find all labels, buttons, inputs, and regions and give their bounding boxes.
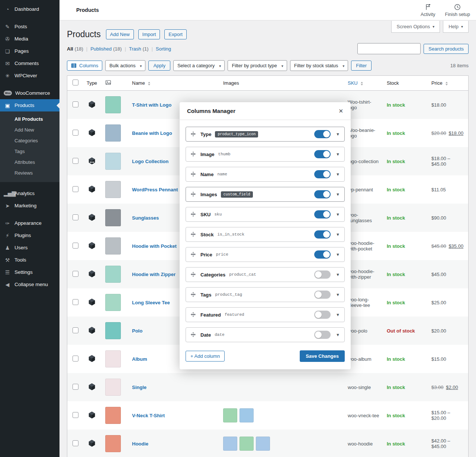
drag-handle-icon[interactable] (190, 131, 196, 137)
close-icon[interactable]: ✕ (338, 108, 343, 114)
view-filter-published[interactable]: Published(18) (83, 46, 122, 52)
sidebar-item-wpclever[interactable]: ✳WPClever (0, 69, 60, 82)
product-type-filter-select[interactable]: Filter by product type ▾ (228, 60, 287, 71)
column-toggle[interactable] (314, 250, 331, 259)
sidebar-subitem-add-new[interactable]: Add New (0, 124, 60, 135)
row-checkbox[interactable] (73, 356, 78, 362)
product-name-link[interactable]: Hoodie with Pocket (132, 243, 177, 249)
column-options-chevron-icon[interactable]: ▼ (336, 272, 340, 277)
product-thumbnail[interactable] (105, 266, 121, 283)
drag-handle-icon[interactable] (190, 272, 196, 278)
row-checkbox[interactable] (73, 384, 78, 390)
activity-button[interactable]: Activity (421, 3, 435, 17)
drag-handle-icon[interactable] (190, 211, 196, 217)
sidebar-item-collapse-menu[interactable]: ◀Collapse menu (0, 278, 60, 291)
product-thumbnail[interactable] (105, 181, 121, 198)
product-thumbnail[interactable] (105, 124, 121, 142)
product-name-link[interactable]: Single (132, 385, 147, 390)
sidebar-item-plugins[interactable]: ⚡Plugins (0, 229, 60, 242)
export-button[interactable]: Export (164, 29, 187, 39)
search-input[interactable] (357, 43, 421, 54)
product-thumbnail[interactable] (105, 294, 121, 311)
import-button[interactable]: Import (138, 29, 160, 39)
sidebar-item-posts[interactable]: ✎Posts (0, 20, 60, 33)
column-options-chevron-icon[interactable]: ▼ (336, 232, 340, 237)
row-checkbox[interactable] (73, 101, 78, 107)
row-checkbox[interactable] (73, 299, 78, 305)
finish-setup-button[interactable]: Finish setup (445, 3, 470, 17)
product-name-link[interactable]: Beanie with Logo (132, 130, 172, 136)
product-name-link[interactable]: Sunglasses (132, 215, 159, 221)
sidebar-subitem-categories[interactable]: Categories (0, 135, 60, 146)
column-toggle[interactable] (314, 230, 331, 239)
product-name-link[interactable]: T-Shirt with Logo (132, 102, 171, 108)
sidebar-item-media[interactable]: ✇Media (0, 33, 60, 45)
product-name-link[interactable]: Album (132, 356, 147, 362)
row-checkbox[interactable] (73, 243, 78, 249)
sidebar-item-dashboard[interactable]: ◔Dashboard (0, 3, 60, 15)
product-name-link[interactable]: Hoodie with Zipper (132, 272, 176, 277)
drag-handle-icon[interactable] (190, 332, 196, 338)
column-toggle[interactable] (314, 291, 331, 299)
column-options-chevron-icon[interactable]: ▼ (336, 172, 340, 176)
column-toggle[interactable] (314, 331, 331, 339)
filter-button[interactable]: Filter (351, 61, 372, 71)
drag-handle-icon[interactable] (190, 292, 196, 298)
column-toggle[interactable] (314, 210, 331, 218)
column-options-chevron-icon[interactable]: ▼ (336, 252, 340, 257)
product-thumbnail[interactable] (105, 237, 121, 255)
sidebar-item-woocommerce[interactable]: WooWooCommerce (0, 87, 60, 99)
column-toggle[interactable] (314, 130, 331, 138)
product-thumbnail[interactable] (105, 96, 121, 113)
sidebar-item-tools[interactable]: ⚒Tools (0, 254, 60, 266)
product-thumbnail[interactable] (105, 322, 121, 339)
drag-handle-icon[interactable] (190, 171, 196, 177)
column-options-chevron-icon[interactable]: ▼ (336, 192, 340, 197)
name-sort-header[interactable]: Name (128, 76, 219, 91)
product-thumbnail[interactable] (105, 435, 121, 452)
row-checkbox[interactable] (73, 271, 78, 277)
product-thumbnail[interactable] (105, 350, 121, 367)
sku-sort-header[interactable]: SKU (344, 76, 383, 91)
row-checkbox[interactable] (73, 327, 78, 333)
sidebar-item-settings[interactable]: ☰Settings (0, 266, 60, 278)
product-thumbnail[interactable] (105, 407, 121, 424)
select-all-checkbox[interactable] (73, 80, 78, 85)
screen-options-button[interactable]: Screen Options ▾ (391, 21, 440, 33)
sidebar-subitem-reviews[interactable]: Reviews (0, 168, 60, 178)
product-name-link[interactable]: Hoodie (132, 441, 148, 447)
column-toggle[interactable] (314, 190, 331, 198)
product-name-link[interactable]: WordPress Pennant (132, 187, 178, 192)
view-filter-sorting[interactable]: Sorting (148, 46, 171, 52)
product-thumbnail[interactable] (105, 153, 121, 170)
drag-handle-icon[interactable] (190, 312, 196, 318)
sidebar-subitem-all-products[interactable]: All Products (0, 114, 60, 124)
bulk-actions-select[interactable]: Bulk actions ▾ (105, 60, 145, 71)
sidebar-subitem-tags[interactable]: Tags (0, 146, 60, 157)
view-filter-all[interactable]: All(18) (67, 46, 83, 52)
sidebar-item-comments[interactable]: ✉Comments (0, 57, 60, 69)
row-checkbox[interactable] (73, 130, 78, 136)
drag-handle-icon[interactable] (190, 252, 196, 257)
search-products-button[interactable]: Search products (424, 44, 469, 54)
row-checkbox[interactable] (73, 214, 78, 220)
product-name-link[interactable]: Long Sleeve Tee (132, 300, 170, 305)
product-name-link[interactable]: V-Neck T-Shirt (132, 413, 165, 418)
column-toggle[interactable] (314, 311, 331, 319)
column-toggle[interactable] (314, 170, 331, 178)
sidebar-subitem-attributes[interactable]: Attributes (0, 157, 60, 168)
category-filter-select[interactable]: Select a category ▾ (173, 60, 225, 71)
sidebar-item-users[interactable]: ♟Users (0, 242, 60, 254)
column-toggle[interactable] (314, 150, 331, 158)
drag-handle-icon[interactable] (190, 231, 196, 237)
sidebar-item-appearance[interactable]: ✑Appearance (0, 217, 60, 229)
apply-button[interactable]: Apply (148, 61, 170, 71)
column-options-chevron-icon[interactable]: ▼ (336, 152, 340, 156)
column-options-chevron-icon[interactable]: ▼ (336, 292, 340, 297)
product-thumbnail[interactable] (105, 209, 121, 226)
column-options-chevron-icon[interactable]: ▼ (336, 333, 340, 337)
add-column-button[interactable]: + Add column (186, 351, 225, 362)
column-options-chevron-icon[interactable]: ▼ (336, 212, 340, 217)
row-checkbox[interactable] (73, 440, 78, 446)
product-name-link[interactable]: Logo Collection (132, 159, 168, 164)
